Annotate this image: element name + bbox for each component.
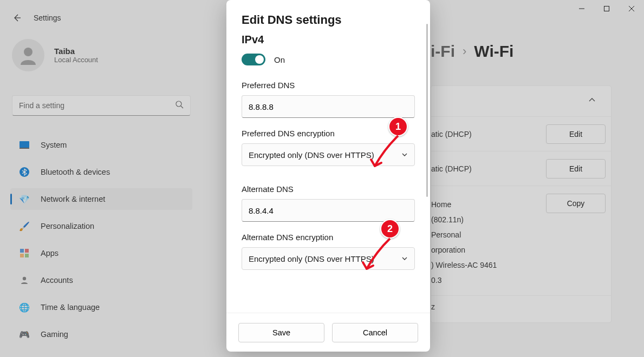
preferred-dns-label: Preferred DNS bbox=[242, 81, 415, 90]
save-button[interactable]: Save bbox=[238, 323, 324, 342]
preferred-dns-encryption-select[interactable]: Encrypted only (DNS over HTTPS) bbox=[242, 143, 415, 166]
toggle-label: On bbox=[274, 55, 285, 64]
callout-1: 1 bbox=[388, 117, 408, 136]
alternate-dns-encryption-select[interactable]: Encrypted only (DNS over HTTPS) bbox=[242, 247, 415, 270]
alternate-dns-label: Alternate DNS bbox=[242, 184, 415, 194]
ipv4-toggle[interactable] bbox=[242, 54, 265, 65]
select-value: Encrypted only (DNS over HTTPS) bbox=[249, 150, 374, 160]
cancel-button[interactable]: Cancel bbox=[332, 323, 418, 342]
scrollbar[interactable] bbox=[426, 24, 428, 197]
dns-settings-dialog: Edit DNS settings IPv4 On Preferred DNS … bbox=[226, 0, 430, 352]
preferred-dns-input[interactable] bbox=[242, 95, 415, 118]
dialog-subtitle: IPv4 bbox=[242, 34, 415, 46]
chevron-down-icon bbox=[401, 254, 408, 263]
chevron-down-icon bbox=[401, 150, 408, 160]
select-value: Encrypted only (DNS over HTTPS) bbox=[249, 254, 374, 263]
dialog-title: Edit DNS settings bbox=[242, 13, 415, 27]
alternate-dns-input[interactable] bbox=[242, 199, 415, 222]
callout-2: 2 bbox=[380, 219, 400, 239]
